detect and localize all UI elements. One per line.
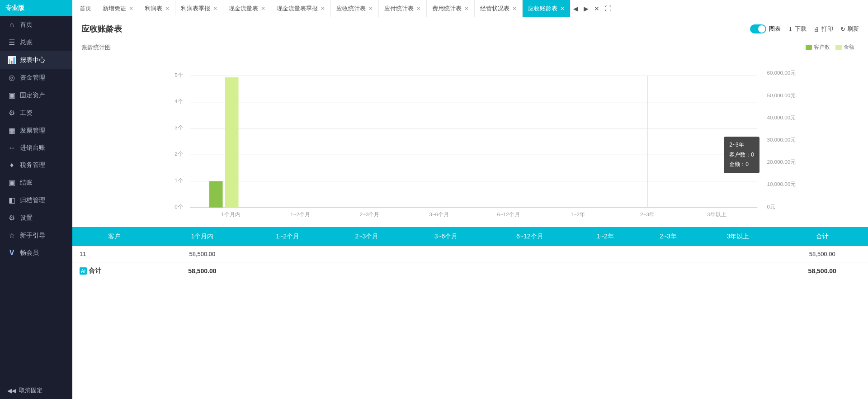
col-header-total: 合计 [777,227,868,246]
unpin-button[interactable]: ◀◀ 取消固定 [0,382,72,399]
tab-receivable-stat-label: 应收统计表 [336,5,366,13]
bar-customers-1 [209,181,223,207]
tab-home[interactable]: 首页 [74,0,97,17]
tab-profit-close[interactable]: ✕ [165,5,170,12]
col-header-y23: 2~3年 [637,227,699,246]
svg-text:20,000.00元: 20,000.00元 [767,159,796,165]
tab-expense-stat[interactable]: 费用统计表 ✕ [427,0,475,17]
svg-text:2~3年: 2~3年 [640,211,655,217]
tab-operation[interactable]: 经营状况表 ✕ [475,0,523,17]
tab-voucher[interactable]: 新增凭证 ✕ [97,0,139,17]
sidebar-item-assets[interactable]: ▣ 固定资产 [0,86,72,104]
svg-text:5个: 5个 [175,72,183,78]
tab-cashflow-close[interactable]: ✕ [261,5,265,12]
footer-y12 [574,262,637,280]
header-actions: 图表 ⬇ 下载 🖨 打印 ↻ 刷新 [750,24,859,33]
footer-m612 [486,262,574,280]
download-button[interactable]: ⬇ 下载 [788,25,807,33]
svg-text:0个: 0个 [175,204,183,209]
sidebar-item-member[interactable]: V 畅会员 [0,244,72,261]
tab-bar: 首页 新增凭证 ✕ 利润表 ✕ 利润表季报 ✕ 现金流量表 ✕ 现金流量表季报 … [72,0,868,17]
refresh-label: 刷新 [847,25,859,33]
sidebar-item-home[interactable]: ⌂ 首页 [0,16,72,33]
sidebar-label-funds: 资金管理 [20,74,45,82]
tab-profit-quarterly[interactable]: 利润表季报 ✕ [175,0,223,17]
footer-m23 [327,262,406,280]
cell-m36 [406,246,486,262]
legend-amount-label: 金额 [844,43,854,51]
footer-total-text: 合计 [89,267,101,275]
chart-title: 账龄统计图 [81,43,859,52]
tab-cashflow[interactable]: 现金流量表 ✕ [223,0,271,17]
sidebar-item-tax[interactable]: ♦ 税务管理 [0,157,72,174]
chart-toggle-switch[interactable]: 图表 [750,24,781,33]
sidebar-label-reports: 报表中心 [20,56,45,64]
sidebar-label-salary: 工资 [20,109,33,117]
cell-m23 [327,246,406,262]
tab-expense-stat-close[interactable]: ✕ [464,5,469,12]
sidebar-item-sales[interactable]: ↔ 进销台账 [0,139,72,157]
guide-icon: ☆ [7,231,16,240]
legend-customer-color [806,45,812,50]
svg-text:50,000.00元: 50,000.00元 [767,92,796,98]
cell-total: 58,500.00 [777,246,868,262]
svg-text:1个: 1个 [175,177,183,183]
col-header-m36: 3~6个月 [406,227,486,246]
tab-payable-stat-close[interactable]: ✕ [416,5,421,12]
chart-svg: 0个 1个 2个 3个 4个 5个 0元 10,000.00元 20,000.0… [81,55,859,218]
bar-amount-1 [225,77,239,208]
tab-payable-stat-label: 应付统计表 [384,5,414,13]
tab-operation-close[interactable]: ✕ [512,5,517,12]
member-icon: V [7,249,16,257]
legend-customer-label: 客户数 [814,43,830,51]
print-button[interactable]: 🖨 打印 [814,25,833,33]
tab-profit[interactable]: 利润表 ✕ [139,0,175,17]
sidebar-item-settings[interactable]: ⚙ 设置 [0,209,72,227]
table-footer-row: Ai 合计 58,500.00 58,500.00 [72,262,868,280]
tab-close-all-button[interactable]: ✕ [591,0,602,17]
svg-text:30,000.00元: 30,000.00元 [767,137,796,142]
footer-label: Ai 合计 [72,262,156,280]
sidebar-item-salary[interactable]: ⚙ 工资 [0,104,72,122]
sidebar: 专业版 ⌂ 首页 ☰ 总账 📊 报表中心 ◎ 资金管理 ▣ 固定资产 ⚙ 工资 … [0,0,72,399]
svg-text:1个月内: 1个月内 [221,211,240,217]
svg-text:1~2年: 1~2年 [571,211,585,217]
tab-cashflow-quarterly-close[interactable]: ✕ [321,5,325,12]
legend-customer: 客户数 [806,43,830,51]
cell-m612 [486,246,574,262]
tab-next-button[interactable]: ▶ [581,0,591,17]
sidebar-item-invoice[interactable]: ▦ 发票管理 [0,122,72,139]
col-header-m12: 1~2个月 [248,227,327,246]
sidebar-label-settings: 设置 [20,214,33,222]
tab-profit-quarterly-close[interactable]: ✕ [213,5,217,12]
sidebar-label-assets: 固定资产 [20,91,45,100]
col-header-y12: 1~2年 [574,227,637,246]
tab-home-label: 首页 [80,5,91,13]
sidebar-item-reports[interactable]: 📊 报表中心 [0,51,72,69]
sidebar-item-ledger[interactable]: ☰ 总账 [0,33,72,51]
tab-expand-button[interactable]: ⛶ [602,0,614,17]
tab-payable-stat[interactable]: 应付统计表 ✕ [379,0,427,17]
svg-text:3个: 3个 [175,124,183,130]
tab-cashflow-quarterly[interactable]: 现金流量表季报 ✕ [271,0,331,17]
settings-icon: ⚙ [7,214,16,222]
tab-aging[interactable]: 应收账龄表 ✕ [523,0,571,17]
tab-prev-button[interactable]: ◀ [571,0,581,17]
home-icon: ⌂ [7,21,16,29]
refresh-button[interactable]: ↻ 刷新 [840,25,859,33]
footer-m36 [406,262,486,280]
tab-receivable-stat[interactable]: 应收统计表 ✕ [331,0,379,17]
tab-receivable-stat-close[interactable]: ✕ [368,5,373,12]
sidebar-item-funds[interactable]: ◎ 资金管理 [0,69,72,86]
tab-voucher-close[interactable]: ✕ [129,5,133,12]
cell-customer: 11 [72,246,156,262]
sidebar-item-guide[interactable]: ☆ 新手引导 [0,227,72,244]
col-header-customer: 客户 [72,227,156,246]
cell-y23 [637,246,699,262]
page-header: 应收账龄表 图表 ⬇ 下载 🖨 打印 ↻ 刷新 [72,17,868,39]
sidebar-item-archive[interactable]: ◧ 归档管理 [0,191,72,209]
svg-text:3~6个月: 3~6个月 [429,211,449,217]
sidebar-item-close[interactable]: ▣ 结账 [0,174,72,191]
tab-aging-close[interactable]: ✕ [560,5,565,12]
chart-toggle[interactable] [750,24,766,33]
